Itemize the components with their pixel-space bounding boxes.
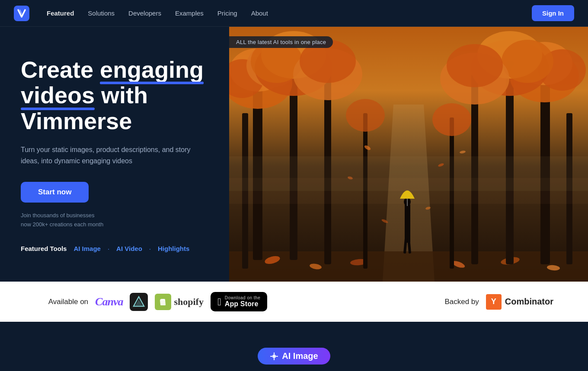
- social-proof-line2: now 200k+ creations each month: [21, 220, 208, 229]
- logo[interactable]: [14, 6, 29, 21]
- backed-by-section: Backed by Y Combinator: [290, 294, 562, 310]
- svg-rect-42: [405, 204, 410, 243]
- nav-pricing[interactable]: Pricing: [217, 10, 237, 17]
- svg-rect-4: [229, 251, 588, 282]
- hero-title-line1: Create engaging: [21, 57, 204, 82]
- available-on-section: Available on Canva shopify  Download on…: [26, 292, 290, 311]
- apple-icon: : [217, 297, 221, 307]
- appstore-main-label: App Store: [225, 300, 261, 308]
- hero-left: Create engaging videos with Vimmerse Tur…: [0, 27, 229, 282]
- affinity-logo: [130, 293, 148, 311]
- appstore-sub-label: Download on the: [225, 295, 261, 300]
- tool-link-ai-image[interactable]: AI Image: [74, 245, 101, 252]
- nav-featured[interactable]: Featured: [47, 10, 74, 17]
- nav-solutions[interactable]: Solutions: [88, 10, 115, 17]
- shopify-bag-icon: [155, 294, 171, 310]
- nav-about[interactable]: About: [251, 10, 268, 17]
- brand-strip: Available on Canva shopify  Download on…: [0, 282, 588, 322]
- bottom-section: AI Image Describe with simple words to c…: [0, 322, 588, 371]
- svg-point-55: [272, 355, 276, 358]
- appstore-text: Download on the App Store: [225, 295, 261, 308]
- appstore-badge[interactable]:  Download on the App Store: [211, 292, 267, 311]
- featured-tools-row: Featured Tools AI Image · AI Video · Hig…: [21, 245, 208, 252]
- hero-image: ALL the latest AI tools in one place: [229, 27, 588, 282]
- nav-links: Featured Solutions Developers Examples P…: [47, 10, 532, 17]
- svg-point-38: [346, 99, 385, 132]
- canva-logo: Canva: [95, 295, 123, 308]
- start-now-button[interactable]: Start now: [21, 182, 89, 203]
- hero-subtitle: Turn your static images, product descrip…: [21, 144, 208, 166]
- featured-tools-label: Featured Tools: [21, 245, 67, 252]
- ai-image-badge-text: AI Image: [282, 351, 318, 361]
- hero-section: Create engaging videos with Vimmerse Tur…: [0, 27, 588, 282]
- svg-point-39: [432, 103, 471, 136]
- ai-image-badge: AI Image: [258, 348, 330, 365]
- yc-logo: Y Combinator: [486, 294, 553, 310]
- yc-badge-icon: Y: [486, 294, 502, 310]
- hero-title: Create engaging videos with Vimmerse: [21, 57, 208, 134]
- hero-title-line3: Vimmerse: [21, 108, 132, 134]
- navbar: Featured Solutions Developers Examples P…: [0, 0, 588, 27]
- available-label: Available on: [48, 298, 88, 306]
- hero-title-line2: videos with: [21, 82, 148, 108]
- nav-developers[interactable]: Developers: [128, 10, 161, 17]
- social-proof-line1: Join thousands of businesses: [21, 211, 208, 220]
- shopify-logo: shopify: [155, 294, 203, 310]
- social-proof: Join thousands of businesses now 200k+ c…: [21, 211, 208, 229]
- nav-examples[interactable]: Examples: [175, 10, 204, 17]
- sign-in-button[interactable]: Sign In: [532, 5, 574, 21]
- sparkle-icon: [270, 352, 278, 361]
- yc-text: Combinator: [505, 297, 553, 307]
- backed-label: Backed by: [444, 298, 479, 306]
- shopify-text: shopify: [174, 296, 203, 308]
- tool-link-ai-video[interactable]: AI Video: [116, 245, 142, 252]
- hero-background: [229, 27, 588, 282]
- svg-point-35: [447, 44, 503, 87]
- tool-link-highlights[interactable]: Highlights: [158, 245, 189, 252]
- svg-point-33: [502, 40, 553, 83]
- hero-tag: ALL the latest AI tools in one place: [229, 36, 333, 48]
